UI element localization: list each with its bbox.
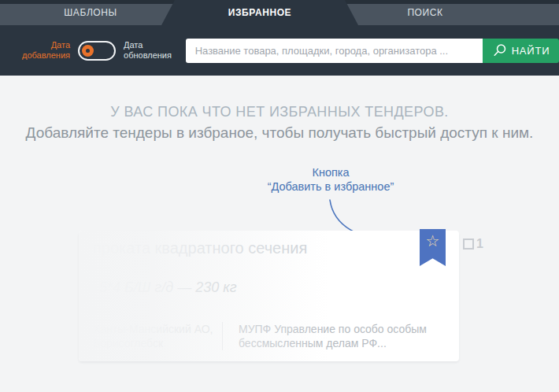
search-input[interactable] [186,39,483,63]
tender-organizer: МУПФ Управление по особо особым бессмысл… [239,322,443,350]
tender-title: проката квадратного сечения [93,239,307,257]
add-to-favorites-hint: Кнопка “Добавить в избранное” [236,165,425,194]
search-bar: НАЙТИ [186,39,559,63]
search-button[interactable]: НАЙТИ [483,39,559,63]
add-to-favorites-button[interactable]: ☆ [420,229,446,266]
sort-by-date-added-label[interactable]: Дата добавления [22,40,70,61]
empty-state-subtitle: Добавляйте тендеры в избраное, чтобы пол… [0,124,559,142]
tender-region: Ханты-Мансийский АО, Борисоглебск [93,322,217,350]
tab-templates[interactable]: ШАБЛОНЫ [64,7,117,18]
date-sort-toggle[interactable] [78,41,116,61]
content-area: У ВАС ПОКА ЧТО НЕТ ИЗБРАННЫХ ТЕНДЕРОВ. Д… [0,76,559,392]
header: ШАБЛОНЫ ИЗБРАННОЕ ПОИСК Дата добавления … [0,0,559,76]
document-icon [463,239,474,250]
sort-by-date-updated-label[interactable]: Дата обновления [124,40,173,61]
tab-search[interactable]: ПОИСК [407,7,442,18]
documents-count: 1 [476,237,483,251]
documents-count-badge: 1 [463,237,483,251]
tender-weight: 230 кг [195,279,236,295]
vertical-divider [222,322,223,350]
tender-region-line1: Ханты-Мансийский АО, [93,323,213,335]
tab-favorites[interactable]: ИЗБРАННОЕ [228,7,291,18]
star-icon: ☆ [426,229,440,266]
hint-line2: “Добавить в избранное” [268,180,394,193]
tab-bar: ШАБЛОНЫ ИЗБРАННОЕ ПОИСК [0,0,559,25]
tender-region-line2: Борисоглебск [93,337,163,349]
toolbar: Дата добавления Дата обновления НАЙТИ [0,25,559,76]
toggle-knob-dot [86,49,90,53]
tender-spec: 5*4 Б/Ш г/д — 230 кг [99,279,237,296]
toggle-knob [82,45,94,57]
tender-organizer-line1: МУПФ Управление по особо особым [239,323,427,335]
tender-organizer-line2: бессмысленным делам РФ... [239,337,387,349]
empty-state-title: У ВАС ПОКА ЧТО НЕТ ИЗБРАННЫХ ТЕНДЕРОВ. [0,104,559,120]
search-button-label: НАЙТИ [512,45,550,57]
tender-spec-text: 5*4 Б/Ш г/д — [99,279,195,295]
tender-meta-row: Ханты-Мансийский АО, Борисоглебск МУПФ У… [93,322,443,350]
hint-line1: Кнопка [312,166,349,179]
search-icon [492,43,507,58]
favorites-page: ШАБЛОНЫ ИЗБРАННОЕ ПОИСК Дата добавления … [0,0,559,392]
sample-tender-card: проката квадратного сечения 5*4 Б/Ш г/д … [79,231,459,361]
